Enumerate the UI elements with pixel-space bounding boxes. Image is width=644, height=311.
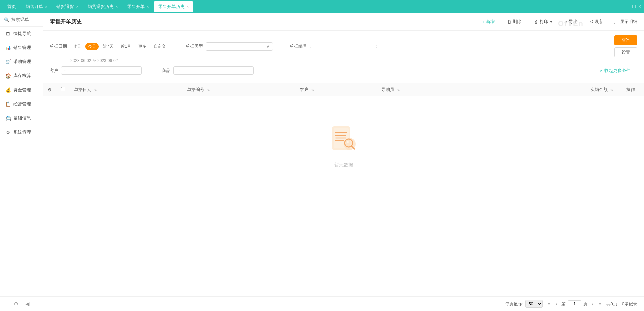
- table-col-customer[interactable]: 客户 ⇅: [296, 83, 377, 96]
- system-icon: ⚙: [5, 129, 11, 135]
- tab-sales-order[interactable]: 销售订单 ×: [21, 1, 52, 12]
- date-filter: 昨天 今天 近7天 近1月 更多 自定义: [70, 42, 169, 51]
- tab-retail-history[interactable]: 零售开单历史 ×: [154, 1, 193, 12]
- goods-input[interactable]: ···: [173, 66, 254, 75]
- page-nav: « ‹ 第 页 › »: [545, 300, 603, 307]
- tab-retail-open[interactable]: 零售开单 ×: [122, 1, 153, 12]
- next-page-button[interactable]: ›: [590, 301, 595, 307]
- doc-type-filter-item: 单据类型 ∨: [186, 42, 273, 51]
- last-page-button[interactable]: »: [597, 301, 603, 307]
- doc-type-arrow-icon: ∨: [266, 44, 270, 49]
- first-page-button[interactable]: «: [545, 301, 552, 307]
- data-table: ⚙ 单据日期 ⇅ 单据编号 ⇅ 客户 ⇅: [43, 83, 644, 96]
- doc-type-select[interactable]: ∨: [206, 42, 273, 51]
- query-button[interactable]: 查询: [614, 35, 637, 45]
- toolbar-divider-2: [528, 19, 528, 24]
- sidebar: 🔍 搜索采单 ⊞ 快捷导航 📊 销售管理 🛒 采购管理 🏠 库存核算 💰 资金管…: [0, 13, 43, 311]
- content-area: 零售开单历史 + 新增 🗑 删除 🖨 打印 ▼: [43, 13, 644, 311]
- quick-nav-icon: ⊞: [5, 31, 11, 36]
- close-tab-sales-return-history[interactable]: ×: [116, 5, 118, 9]
- sidebar-item-finance[interactable]: 💰 资金管理: [0, 83, 43, 97]
- date-range-display: 2023-06-02 至 2023-06-02: [70, 58, 118, 63]
- sidebar-item-system-mgmt[interactable]: ⚙ 系统管理: [0, 125, 43, 139]
- sidebar-item-purchase-mgmt[interactable]: 🛒 采购管理: [0, 55, 43, 69]
- sales-icon: 📊: [5, 45, 11, 50]
- page-input[interactable]: [568, 300, 581, 307]
- sidebar-settings-icon[interactable]: ⚙: [14, 301, 18, 307]
- filter-area: 单据日期 昨天 今天 近7天 近1月 更多 自定义 单据类型 ∨: [43, 31, 644, 83]
- filter-row-1: 单据日期 昨天 今天 近7天 近1月 更多 自定义 单据类型 ∨: [50, 35, 637, 57]
- delete-button[interactable]: 🗑 删除: [505, 17, 524, 26]
- prev-page-button[interactable]: ‹: [554, 301, 559, 307]
- tab-sales-return-history[interactable]: 销货退货历史 ×: [83, 1, 122, 12]
- sidebar-item-operations[interactable]: 📋 经营管理: [0, 97, 43, 111]
- empty-text: 暂无数据: [334, 162, 353, 168]
- per-page-label: 每页显示: [505, 301, 523, 307]
- page-label: 第: [561, 301, 566, 307]
- close-tab-sales-order[interactable]: ×: [45, 5, 47, 9]
- main-layout: 🔍 搜索采单 ⊞ 快捷导航 📊 销售管理 🛒 采购管理 🏠 库存核算 💰 资金管…: [0, 13, 644, 311]
- toolbar-divider-3: [559, 19, 559, 24]
- customer-filter-item: 客户 ···: [50, 66, 142, 75]
- table-container: ⚙ 单据日期 ⇅ 单据编号 ⇅ 客户 ⇅: [43, 83, 644, 296]
- window-close-button[interactable]: ×: [638, 4, 641, 10]
- doc-no-label: 单据编号: [290, 43, 307, 49]
- customer-input[interactable]: ···: [61, 66, 142, 75]
- sidebar-search[interactable]: 🔍 搜索采单: [0, 13, 43, 27]
- display-detail-toggle[interactable]: 显示明细: [614, 19, 637, 25]
- date-btn-today[interactable]: 今天: [85, 43, 99, 50]
- pagination: 每页显示 50 10 20 100 « ‹ 第 页 › » 共0页，0条记录: [43, 296, 644, 311]
- sidebar-item-basic-info[interactable]: 📇 基础信息: [0, 111, 43, 125]
- close-tab-retail-history[interactable]: ×: [187, 5, 189, 9]
- display-detail-checkbox[interactable]: [614, 20, 618, 24]
- search-icon: 🔍: [4, 17, 9, 22]
- per-page-select[interactable]: 50 10 20 100: [525, 300, 543, 308]
- sidebar-item-quick-nav[interactable]: ⊞ 快捷导航: [0, 27, 43, 41]
- table-col-doc-date[interactable]: 单据日期 ⇅: [70, 83, 183, 96]
- table-col-doc-no[interactable]: 单据编号 ⇅: [183, 83, 296, 96]
- settings-button[interactable]: 设置: [614, 47, 637, 57]
- close-tab-retail-open[interactable]: ×: [147, 5, 149, 9]
- tab-home[interactable]: 首页: [3, 1, 21, 12]
- tab-bar: 首页 销售订单 × 销货退货 × 销货退货历史 × 零售开单 × 零售开单历史 …: [0, 0, 644, 13]
- table-col-salesperson[interactable]: 导购员 ⇅: [377, 83, 474, 96]
- table-col-checkbox[interactable]: [56, 83, 70, 96]
- filter-row-2: 客户 ··· 商品 ··· ∧ 收起更多条件: [50, 66, 637, 75]
- page-header: 零售开单历史 + 新增 🗑 删除 🖨 打印 ▼: [43, 13, 644, 31]
- table-col-amount[interactable]: 实销金额 ⇅: [504, 83, 617, 96]
- sidebar-item-inventory[interactable]: 🏠 库存核算: [0, 69, 43, 83]
- refresh-icon: ↺: [590, 19, 594, 24]
- sidebar-collapse-icon[interactable]: ◀: [25, 301, 29, 307]
- export-button[interactable]: ↑ 导出: [563, 17, 580, 26]
- maximize-button[interactable]: □: [632, 4, 636, 10]
- select-all-checkbox[interactable]: [61, 87, 65, 91]
- date-btn-last7[interactable]: 近7天: [100, 42, 116, 51]
- doc-type-label: 单据类型: [186, 43, 203, 49]
- sidebar-item-sales-mgmt[interactable]: 📊 销售管理: [0, 41, 43, 55]
- tab-sales-return[interactable]: 销货退货 ×: [52, 1, 83, 12]
- date-btn-last1m[interactable]: 近1月: [118, 42, 134, 51]
- empty-icon: [327, 123, 360, 157]
- page-suffix: 页: [583, 301, 588, 307]
- basic-info-icon: 📇: [5, 115, 11, 121]
- date-btn-custom[interactable]: 自定义: [151, 42, 169, 51]
- window-controls: — □ ×: [624, 4, 641, 10]
- collapse-button[interactable]: ∧ 收起更多条件: [599, 68, 637, 74]
- toolbar-divider-4: [584, 19, 584, 24]
- close-tab-sales-return[interactable]: ×: [76, 5, 78, 9]
- inventory-icon: 🏠: [5, 73, 11, 79]
- refresh-button[interactable]: ↺ 刷新: [588, 17, 606, 26]
- table-col-ops: 操作: [617, 83, 644, 96]
- add-button[interactable]: + 新增: [480, 17, 497, 26]
- date-btn-more[interactable]: 更多: [135, 42, 149, 51]
- empty-state: 暂无数据: [43, 96, 644, 195]
- date-btn-yesterday[interactable]: 昨天: [70, 42, 84, 51]
- customer-dots: ···: [64, 68, 68, 73]
- query-buttons: 查询 设置: [614, 35, 637, 57]
- goods-filter-item: 商品 ···: [162, 66, 254, 75]
- table-col-settings[interactable]: ⚙: [43, 83, 56, 96]
- doc-no-input[interactable]: [310, 45, 377, 48]
- sidebar-bottom: ⚙ ◀: [0, 296, 43, 311]
- minimize-button[interactable]: —: [624, 4, 630, 10]
- print-button[interactable]: 🖨 打印 ▼: [532, 17, 555, 26]
